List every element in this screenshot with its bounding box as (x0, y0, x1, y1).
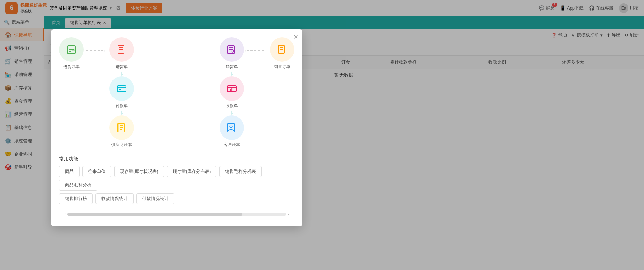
purchase-bill-icon (109, 37, 134, 62)
func-btn-receipt-stats[interactable]: 收款情况统计 (95, 193, 134, 204)
arrow-purchase-to-stock: › (86, 50, 107, 51)
sales-bill-icon (220, 37, 244, 62)
func-buttons-row2: 销售排行榜 收款情况统计 付款情况统计 (59, 193, 294, 204)
func-buttons-row1: 商品 往来单位 现存量(库存状况表) 现存量(库存分布表) 销售毛利分析表 商品… (59, 166, 294, 191)
receipt-icon (220, 76, 244, 101)
scroll-left-button[interactable]: ‹ (65, 212, 66, 217)
func-btn-sales-profit[interactable]: 销售毛利分析表 (219, 166, 262, 177)
flow-diagram: 进货订单 › 进货单 (59, 37, 294, 153)
flow-item-receipt[interactable]: 收款单 (220, 76, 244, 109)
customer-ledger-icon (220, 115, 244, 140)
arrow-sales-order-to-bill: ‹ (247, 50, 267, 51)
func-btn-product[interactable]: 商品 (59, 166, 80, 177)
scroll-right-button[interactable]: › (288, 212, 289, 217)
flow-item-payment[interactable]: 付款单 (109, 76, 134, 109)
supplier-ledger-icon (109, 115, 134, 140)
scroll-track[interactable] (67, 213, 286, 216)
scroll-area: ‹ › (59, 210, 294, 219)
func-btn-counterpart[interactable]: 往来单位 (82, 166, 111, 177)
flow-item-sales-order[interactable]: 销售订单 (270, 37, 294, 70)
popup: ✕ 进货订单 › (51, 29, 302, 226)
flow-item-supplier-ledger[interactable]: 供应商账本 (109, 115, 134, 148)
svg-rect-19 (119, 89, 121, 90)
func-btn-stock-status[interactable]: 现存量(库存状况表) (114, 166, 164, 177)
svg-rect-26 (118, 123, 119, 132)
purchase-order-icon (59, 37, 84, 62)
popup-overlay[interactable]: ✕ 进货订单 › (0, 0, 644, 270)
payment-icon (109, 76, 134, 101)
flow-item-purchase-order[interactable]: 进货订单 (59, 37, 84, 70)
func-btn-sales-rank[interactable]: 销售排行榜 (59, 193, 93, 204)
func-btn-product-profit[interactable]: 商品毛利分析 (59, 180, 97, 191)
flow-item-purchase-bill[interactable]: 进货单 (109, 37, 134, 70)
common-functions-title: 常用功能 (59, 156, 294, 162)
svg-point-31 (230, 125, 232, 128)
flow-item-customer-ledger[interactable]: 客户账本 (220, 115, 244, 148)
svg-point-12 (231, 50, 234, 52)
func-btn-payment-stats[interactable]: 付款情况统计 (136, 193, 174, 204)
flow-item-sales-bill[interactable]: 销货单 (220, 37, 244, 70)
popup-close-button[interactable]: ✕ (293, 33, 298, 41)
svg-rect-17 (117, 86, 126, 92)
common-functions: 常用功能 商品 往来单位 现存量(库存状况表) 现存量(库存分布表) 销售毛利分… (59, 156, 294, 204)
sales-order-icon (270, 37, 294, 62)
func-btn-stock-dist[interactable]: 现存量(库存分布表) (167, 166, 217, 177)
scroll-thumb (67, 213, 242, 216)
